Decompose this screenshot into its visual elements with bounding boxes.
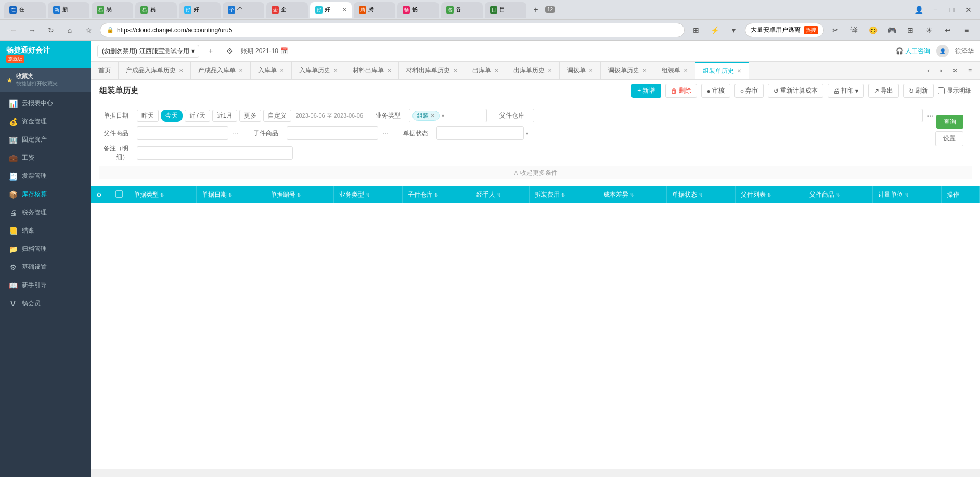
print-btn[interactable]: 🖨 打印 ▾ [828, 84, 864, 98]
page-tab-4[interactable]: 入库单历史 ✕ [292, 62, 345, 79]
browser-tab-close-8[interactable]: ✕ [342, 7, 346, 12]
child-goods-ellipsis[interactable]: ··· [380, 129, 391, 137]
remark-input[interactable] [137, 146, 293, 160]
tab-scroll-right[interactable]: › [936, 65, 946, 76]
page-tab-5[interactable]: 材料出库单 ✕ [345, 62, 399, 79]
undo-icon[interactable]: ↩ [940, 23, 955, 37]
status-dropdown[interactable]: ▾ [526, 131, 528, 136]
back-btn[interactable]: ← [6, 23, 21, 37]
sidebar-bookmark[interactable]: ★ 收藏夹 快捷键打开收藏夹 [0, 68, 91, 92]
th-disassemble-fee[interactable]: 拆装费用 ⇅ [530, 186, 598, 203]
child-goods-input[interactable] [287, 126, 378, 140]
tab-10-close[interactable]: ✕ [642, 68, 647, 73]
browser-tab-5[interactable]: 好 好 [179, 2, 221, 18]
select-all-checkbox[interactable] [115, 190, 123, 198]
sun-icon[interactable]: ☀ [922, 23, 936, 37]
query-btn[interactable]: 查询 [936, 115, 963, 129]
th-doc-date[interactable]: 单据日期 ⇅ [197, 186, 265, 203]
browser-tab-4[interactable]: 易 易 [135, 2, 177, 18]
browser-tab-10[interactable]: 畅 畅 [397, 2, 439, 18]
tab-close-current[interactable]: ✕ [948, 65, 962, 76]
tab-12-close[interactable]: ✕ [737, 68, 741, 74]
sidebar-item-reports[interactable]: 📊 云报表中心 [0, 94, 91, 112]
new-tab-button[interactable]: + [528, 3, 543, 17]
page-tab-9[interactable]: 调拨单 ✕ [560, 62, 601, 79]
parent-goods-ellipsis[interactable]: ··· [230, 129, 241, 137]
menu-icon[interactable]: ≡ [959, 23, 974, 37]
th-doc-status[interactable]: 单据状态 ⇅ [667, 186, 736, 203]
page-tab-home[interactable]: 首页 [91, 62, 119, 79]
refresh-nav-btn[interactable]: ↻ [44, 23, 58, 37]
parent-warehouse-input[interactable] [533, 109, 923, 122]
parent-warehouse-ellipsis[interactable]: ··· [925, 111, 935, 120]
date-more-btn[interactable]: 更多 [239, 110, 261, 122]
date-today-btn[interactable]: 今天 [161, 110, 183, 122]
recalc-btn[interactable]: ↺ 重新计算成本 [768, 84, 823, 98]
dropdown-btn[interactable]: ▾ [726, 23, 741, 37]
sidebar-item-settings[interactable]: ⚙ 基础设置 [0, 258, 91, 276]
tab-4-close[interactable]: ✕ [333, 68, 338, 73]
tab-2-close[interactable]: ✕ [239, 68, 243, 73]
settings-cog-btn[interactable]: ⚙ [222, 44, 237, 58]
page-tab-10[interactable]: 调拨单历史 ✕ [601, 62, 654, 79]
tab-5-close[interactable]: ✕ [387, 68, 391, 73]
sidebar-item-funds[interactable]: 💰 资金管理 [0, 112, 91, 131]
date-1month-btn[interactable]: 近1月 [212, 110, 238, 122]
star-btn[interactable]: ☆ [81, 23, 96, 37]
page-tab-6[interactable]: 材料出库单历史 ✕ [399, 62, 465, 79]
date-custom-btn[interactable]: 自定义 [263, 110, 291, 122]
page-tab-3[interactable]: 入库单 ✕ [251, 62, 292, 79]
company-selector[interactable]: (勿删勿禁用) 江西服宝测试专用 ▾ [97, 45, 199, 58]
browser-tab-9[interactable]: 腾 腾 [354, 2, 395, 18]
collapse-bar[interactable]: ∧ 收起更多条件 [99, 166, 972, 179]
sidebar-item-invoice[interactable]: 🧾 发票管理 [0, 167, 91, 185]
page-tab-1[interactable]: 产成品入库单历史 ✕ [119, 62, 191, 79]
th-parent-goods[interactable]: 父件商品 ⇅ [804, 186, 872, 203]
audit-btn[interactable]: ● 审核 [701, 84, 730, 98]
th-doc-no[interactable]: 单据编号 ⇅ [265, 186, 334, 203]
date-yesterday-btn[interactable]: 昨天 [137, 110, 159, 122]
browser-tab-11[interactable]: 各 各 [441, 2, 483, 18]
th-parent-list[interactable]: 父件列表 ⇅ [736, 186, 804, 203]
page-tab-7[interactable]: 出库单 ✕ [465, 62, 506, 79]
browser-tab-12[interactable]: 目 目 [485, 2, 526, 18]
tab-more-options[interactable]: ≡ [964, 65, 976, 76]
th-check[interactable] [110, 186, 128, 203]
translate-icon[interactable]: 译 [847, 23, 861, 37]
emoji-icon[interactable]: 😊 [866, 23, 880, 37]
biz-type-dropdown[interactable]: ▾ [442, 113, 444, 119]
page-tab-2[interactable]: 产成品入库单 ✕ [191, 62, 251, 79]
show-detail-input[interactable] [938, 87, 945, 94]
bottom-scrollbar[interactable] [91, 469, 980, 477]
apps-icon[interactable]: ⊞ [903, 23, 918, 37]
th-biz-type[interactable]: 业务类型 ⇅ [334, 186, 403, 203]
page-tab-8[interactable]: 出库单历史 ✕ [506, 62, 560, 79]
home-btn[interactable]: ⌂ [62, 23, 77, 37]
tab-1-close[interactable]: ✕ [179, 68, 183, 73]
status-input[interactable] [436, 126, 524, 140]
tab-7-close[interactable]: ✕ [494, 68, 498, 73]
biz-type-input[interactable]: 组装 ✕ ▾ [409, 109, 487, 122]
browser-tab-3[interactable]: 易 易 [92, 2, 133, 18]
sidebar-item-payroll[interactable]: 💼 工资 [0, 149, 91, 167]
show-detail-checkbox[interactable]: 显示明细 [938, 86, 972, 95]
tab-8-close[interactable]: ✕ [548, 68, 552, 73]
export-btn[interactable]: ↗ 导出 [868, 84, 899, 98]
tab-11-close[interactable]: ✕ [684, 68, 688, 73]
th-child-wh[interactable]: 子件仓库 ⇅ [403, 186, 471, 203]
sidebar-item-close[interactable]: 📒 结账 [0, 222, 91, 240]
tab-6-close[interactable]: ✕ [453, 68, 457, 73]
maximize-btn[interactable]: □ [945, 3, 959, 17]
service-link[interactable]: 🎧 人工咨询 [896, 47, 930, 56]
sidebar-item-inventory[interactable]: 📦 库存核算 [0, 185, 91, 203]
sidebar-item-assets[interactable]: 🏢 固定资产 [0, 131, 91, 149]
grid-icon[interactable]: ⊞ [689, 23, 703, 37]
th-doc-type[interactable]: 单据类型 ⇅ [128, 186, 197, 203]
browser-tab-2[interactable]: 新 新 [48, 2, 89, 18]
refresh-btn[interactable]: ↻ 刷新 [903, 84, 934, 98]
sidebar-item-tax[interactable]: 🖨 税务管理 [0, 203, 91, 222]
url-bar[interactable]: 🔒 https://cloud.chanjet.com/accounting/u… [100, 23, 685, 37]
browser-tab-6[interactable]: 个 个 [223, 2, 264, 18]
profile-icon[interactable]: 👤 [911, 3, 926, 17]
abandon-btn[interactable]: ○ 弃审 [734, 84, 764, 98]
